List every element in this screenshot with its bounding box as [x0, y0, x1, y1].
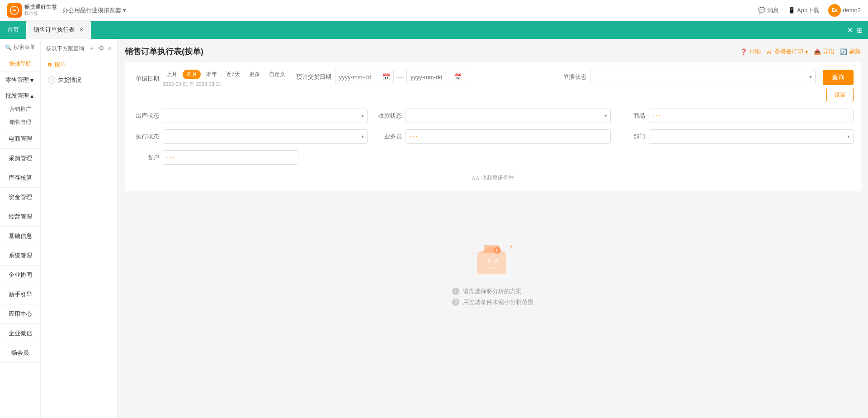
sidebar-group-wholesale-title[interactable]: 批发管理 ▲ — [0, 87, 40, 103]
date-btn-last-month[interactable]: 上月 — [163, 70, 181, 79]
date-btn-this-year[interactable]: 本年 — [203, 70, 221, 79]
tab-sales-exec[interactable]: 销售订单执行表 ✕ — [26, 21, 91, 39]
customer-dots-icon[interactable]: ··· — [167, 153, 175, 162]
scheme-item-shortage[interactable]: ○ 欠货情况 — [41, 72, 117, 88]
product-field[interactable]: ··· — [649, 109, 854, 123]
sidebar-item-member[interactable]: 畅会员 — [0, 343, 40, 363]
search-icon: 🔍 — [5, 44, 12, 51]
refresh-icon: 🔄 — [840, 48, 847, 55]
header-right: 💬 消息 📱 App下载 Ea demo2 — [758, 4, 861, 17]
product-label: 商品 — [618, 112, 645, 120]
exec-status-select-wrap: ▾ — [163, 129, 368, 144]
sidebar-item-purchase[interactable]: 采购管理 — [0, 149, 40, 168]
payment-status-col: 收款状态 ▾ — [375, 109, 610, 123]
tab-close-icon[interactable]: ✕ — [79, 27, 84, 33]
empty-tip-1: 1 请先选择要分析的方案 — [452, 287, 533, 295]
sidebar-group-retail-title[interactable]: 零售管理 ▼ — [0, 71, 40, 87]
sidebar-item-app-center[interactable]: 应用中心 — [0, 304, 40, 324]
tab-home[interactable]: 首页 — [0, 21, 26, 39]
app-download-btn[interactable]: 📱 App下载 — [788, 6, 819, 14]
order-status-label: 单据状态 — [559, 73, 586, 81]
user-avatar: Ea — [828, 4, 841, 17]
date-btn-7days[interactable]: 近7天 — [222, 70, 244, 79]
filter-card: 单据日期 上月 本月 本年 近7天 更多 自定义 20 — [125, 62, 861, 191]
left-panel-header: 按以下方案查询 ＋ ⚙ « — [41, 44, 117, 57]
sidebar-item-sales[interactable]: 销售管理 — [0, 116, 40, 129]
tip1-number: 1 — [452, 288, 459, 295]
collapse-filter-btn[interactable]: ∧∧ 收起更多条件 — [132, 171, 854, 184]
doc-title[interactable]: 办公用品行业模拟账套 ▾ — [62, 6, 126, 14]
page-content: 销售订单执行表(按单) ❓ 帮助 🖨 按模板打印 ▾ 📤 — [118, 39, 868, 350]
sidebar-item-basic[interactable]: 基础信息 — [0, 227, 40, 246]
user-menu[interactable]: Ea demo2 — [828, 4, 861, 17]
sidebar-quick-nav[interactable]: 快捷导航 — [0, 56, 40, 71]
expected-date-range: 📅 — 📅 — [335, 70, 465, 84]
tab-close-window-icon[interactable]: ✕ — [847, 26, 853, 34]
message-btn[interactable]: 💬 消息 — [758, 6, 779, 14]
sidebar-item-system[interactable]: 系统管理 — [0, 246, 40, 266]
query-button[interactable]: 查询 — [823, 70, 854, 85]
date-button-group: 上月 本月 本年 近7天 更多 自定义 — [163, 70, 289, 79]
shipment-status-select[interactable] — [163, 109, 368, 123]
department-label: 部门 — [618, 133, 645, 141]
sidebar-item-marketing[interactable]: 营销推广 — [0, 103, 40, 116]
settings-button[interactable]: 设置 — [826, 88, 854, 102]
date-btn-more[interactable]: 更多 — [245, 70, 264, 79]
sidebar-item-wechat[interactable]: 企业微信 — [0, 324, 40, 343]
sidebar-search[interactable]: 🔍 搜索菜单 — [0, 39, 40, 56]
expected-date-end-wrap: 📅 — [406, 70, 465, 84]
help-icon: ❓ — [740, 48, 747, 55]
date-range-text: 2023-03-01 至 2023-03-31 — [163, 81, 289, 88]
tab-bar-right: ✕ ⊞ — [847, 26, 868, 34]
svg-point-8 — [487, 259, 491, 263]
inactive-circle: ○ — [48, 76, 55, 84]
sidebar-item-operation[interactable]: 经营管理 — [0, 207, 40, 227]
logo-area: 畅捷通好生意 标准版 — [7, 3, 57, 18]
salesperson-dots-icon[interactable]: ··· — [410, 133, 418, 141]
export-btn[interactable]: 📤 导出 — [814, 48, 835, 56]
collapse-panel-icon[interactable]: « — [108, 44, 112, 52]
tip2-text: 用过滤条件来缩小分析范围 — [463, 298, 533, 306]
date-btn-custom[interactable]: 自定义 — [265, 70, 289, 79]
department-select[interactable] — [649, 129, 854, 144]
svg-text:!: ! — [496, 248, 497, 253]
print-btn[interactable]: 🖨 按模板打印 ▾ — [766, 48, 808, 56]
customer-field[interactable]: ··· — [163, 150, 298, 165]
exec-status-select[interactable] — [163, 129, 368, 144]
salesperson-label: 业务员 — [375, 133, 402, 141]
calendar-start-icon: 📅 — [382, 73, 390, 81]
logo-svg — [10, 6, 19, 15]
salesperson-field[interactable]: ··· — [406, 129, 610, 144]
refresh-btn[interactable]: 🔄 刷新 — [840, 48, 861, 56]
shipment-status-col: 出库状态 ▾ — [132, 109, 368, 123]
download-icon: 📱 — [788, 7, 795, 14]
sidebar-item-enterprise[interactable]: 企业协同 — [0, 266, 40, 285]
empty-tips: 1 请先选择要分析的方案 2 用过滤条件来缩小分析范围 — [452, 287, 533, 306]
print-icon: 🖨 — [766, 48, 772, 55]
help-btn[interactable]: ❓ 帮助 — [740, 48, 761, 56]
order-status-select[interactable] — [590, 70, 816, 84]
empty-state: ! ✦ ✦ 1 请先选择要分析的方案 — [125, 197, 861, 342]
sidebar-item-guide[interactable]: 新手引导 — [0, 285, 40, 304]
payment-status-select-wrap: ▾ — [406, 109, 610, 123]
active-dot: ● — [48, 63, 52, 66]
payment-status-select[interactable] — [406, 109, 610, 123]
date-label: 单据日期 — [132, 75, 159, 83]
tab-bar: 首页 销售订单执行表 ✕ ✕ ⊞ — [0, 21, 868, 39]
sidebar-item-ecommerce[interactable]: 电商管理 — [0, 129, 40, 149]
scheme-item-by-order[interactable]: ● 按单 — [41, 57, 117, 72]
date-btn-this-month[interactable]: 本月 — [183, 70, 201, 79]
svg-text:✦: ✦ — [509, 243, 514, 250]
sidebar-item-inventory[interactable]: 库存核算 — [0, 168, 40, 188]
product-dots-icon[interactable]: ··· — [653, 112, 661, 120]
tab-maximize-icon[interactable]: ⊞ — [857, 26, 863, 34]
sidebar-item-finance[interactable]: 资金管理 — [0, 188, 40, 207]
query-actions: 查询 设置 — [823, 70, 854, 102]
date-separator: — — [396, 73, 404, 81]
empty-tip-2: 2 用过滤条件来缩小分析范围 — [452, 298, 533, 306]
header-left: 畅捷通好生意 标准版 办公用品行业模拟账套 ▾ — [7, 3, 126, 18]
empty-svg: ! ✦ ✦ — [466, 233, 520, 278]
empty-illustration: ! ✦ ✦ — [466, 233, 520, 278]
add-scheme-icon[interactable]: ＋ — [89, 44, 95, 52]
settings-scheme-icon[interactable]: ⚙ — [99, 44, 104, 52]
